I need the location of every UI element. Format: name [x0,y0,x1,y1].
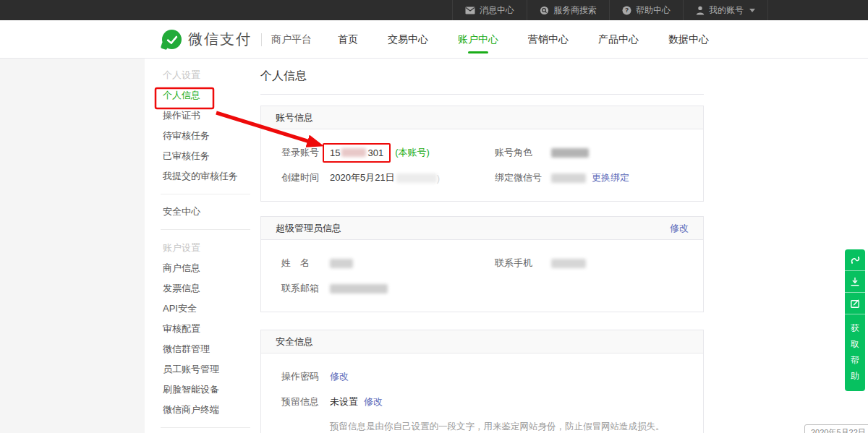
search-icon [540,6,549,15]
redacted-admin-name [330,259,353,268]
security-info-header: 安全信息 [261,330,703,353]
help-float-bar: 获取帮助 [845,249,865,391]
brand-name: 微信支付 [188,30,252,49]
date-chip[interactable]: 2020年5月22日 [804,424,868,433]
admin-name-label: 姓 名 [281,257,330,270]
topbar-item-label: 服务商搜索 [553,4,597,17]
admin-info-header: 超级管理员信息 修改 [261,217,703,240]
sidebar-item-personal-info[interactable]: 个人信息 [145,85,250,106]
nav-item-home[interactable]: 首页 [338,20,358,59]
primary-nav: 首页 交易中心 账户中心 营销中心 产品中心 数据中心 [308,20,709,59]
topbar-item-label: 帮助中心 [636,4,671,17]
sidebar-item-my-submitted-tasks[interactable]: 我提交的审核任务 [145,166,250,187]
rebind-link[interactable]: 更换绑定 [592,171,629,184]
caret-down-icon [749,9,755,12]
redacted-account-role [551,148,589,158]
topbar-item-label: 消息中心 [480,4,514,17]
account-info-title: 账号信息 [276,111,313,124]
question-icon: ? [622,6,631,15]
reserved-info-label: 预留信息 [281,395,330,408]
sidebar-item-face-smart-device[interactable]: 刷脸智能设备 [145,380,250,400]
reserved-info-status: 未设置 [330,395,358,408]
sidebar-item-api-security[interactable]: API安全 [145,299,250,319]
sidebar-item-invoice-info[interactable]: 发票信息 [145,278,250,299]
note-line: 预留信息是由你自己设置的一段文字，用来鉴定网站身份，防止假冒网站造成损失。 [330,420,703,433]
sidebar-divider [161,229,250,230]
brand-separator [261,33,262,46]
nav-item-marketing-center[interactable]: 营销中心 [528,20,569,59]
compose-icon[interactable] [845,293,865,314]
sidebar-item-wechat-merchant-terminal[interactable]: 微信商户终端 [145,400,250,420]
nav-item-transaction-center[interactable]: 交易中心 [388,20,428,59]
sidebar-item-reviewed-tasks[interactable]: 已审核任务 [145,146,250,166]
login-account-prefix: 15 [330,147,340,158]
title-divider [260,94,704,95]
account-info-section: 账号信息 登录账号 15 301 (本账号) 账号角色 [260,106,704,202]
topbar-item-help-center[interactable]: ? 帮助中心 [609,0,683,20]
redacted-wechat-id [551,173,586,183]
created-time-label: 创建时间 [281,171,330,184]
redacted-login-digits [341,148,366,157]
main-content: 个人信息 账号信息 登录账号 15 301 (本账号) 账号角色 [260,69,704,433]
security-info-section: 安全信息 操作密码 修改 预留信息 未设置 修改 预留信息是由你自己设置的一段文… [260,330,704,433]
hotline-icon[interactable] [845,249,865,271]
sidebar-section-account-settings: 账户设置 [145,237,250,258]
svg-text:?: ? [625,7,629,14]
sidebar-item-wechat-group-mgmt[interactable]: 微信群管理 [145,339,250,359]
own-account-tag: (本账号) [395,146,430,159]
sidebar-item-staff-account-mgmt[interactable]: 员工账号管理 [145,359,250,380]
sidebar-item-merchant-info[interactable]: 商户信息 [145,258,250,278]
sidebar-item-review-config[interactable]: 审核配置 [145,319,250,339]
bound-wechat-label: 绑定微信号 [495,171,551,184]
left-gutter [0,59,145,433]
sidebar-divider [161,427,250,428]
nav-item-product-center[interactable]: 产品中心 [598,20,639,59]
header: 微信支付 商户平台 首页 交易中心 账户中心 营销中心 产品中心 数据中心 [0,20,868,59]
security-info-body: 操作密码 修改 预留信息 未设置 修改 预留信息是由你自己设置的一段文字，用来鉴… [261,353,703,433]
redacted-contact-email [330,284,388,293]
redacted-contact-phone [551,259,586,268]
reserved-info-edit-link[interactable]: 修改 [364,395,383,408]
topbar-item-provider-search[interactable]: 服务商搜索 [527,0,609,20]
sidebar-item-operation-certificate[interactable]: 操作证书 [145,106,250,126]
sidebar-section-personal-settings: 个人设置 [145,64,250,85]
sidebar-divider [161,194,250,194]
login-account-suffix: 301 [367,147,383,158]
download-icon[interactable] [845,271,865,293]
get-help-button[interactable]: 获取帮助 [845,314,865,391]
page-title: 个人信息 [260,69,704,83]
operation-password-edit-link[interactable]: 修改 [330,370,349,383]
portal-name: 商户平台 [271,33,312,46]
account-info-header: 账号信息 [261,106,703,129]
sidebar-item-security-center[interactable]: 安全中心 [145,202,250,222]
sidebar: 个人设置 个人信息 操作证书 待审核任务 已审核任务 我提交的审核任务 安全中心… [145,59,250,433]
operation-password-label: 操作密码 [281,370,330,383]
topbar-item-my-account[interactable]: 我的账号 [683,0,767,20]
nav-item-data-center[interactable]: 数据中心 [668,20,709,59]
contact-email-label: 联系邮箱 [281,282,330,295]
security-info-title: 安全信息 [276,335,313,348]
reserved-info-notes: 预留信息是由你自己设置的一段文字，用来鉴定网站身份，防止假冒网站造成损失。 配置… [330,420,703,433]
redacted-created-detail [396,173,437,183]
brand[interactable]: 微信支付 商户平台 [162,30,312,49]
admin-info-title: 超级管理员信息 [276,222,341,235]
admin-info-body: 姓 名 联系手机 联系邮箱 [261,240,703,312]
wechat-pay-logo-icon [162,30,182,49]
contact-phone-label: 联系手机 [495,257,551,270]
account-role-label: 账号角色 [495,146,551,159]
created-time-value: 2020年5月21日 [330,171,395,184]
admin-info-section: 超级管理员信息 修改 姓 名 联系手机 联系邮箱 [260,216,704,312]
created-time-paren: ) [437,173,440,184]
mail-icon [465,7,475,14]
account-info-body: 登录账号 15 301 (本账号) 账号角色 创建时间 2020年5月21日 [261,129,703,201]
topbar-item-messages[interactable]: 消息中心 [452,0,527,20]
topbar-divider [767,0,768,20]
topbar-item-label: 我的账号 [709,4,744,17]
topbar: 消息中心 服务商搜索 ? 帮助中心 我的账号 [0,0,868,20]
admin-edit-link[interactable]: 修改 [670,222,689,235]
login-account-annotation-box: 15 301 [323,143,391,163]
nav-item-account-center[interactable]: 账户中心 [458,20,498,59]
sidebar-item-pending-review-tasks[interactable]: 待审核任务 [145,126,250,146]
user-icon [696,6,705,15]
